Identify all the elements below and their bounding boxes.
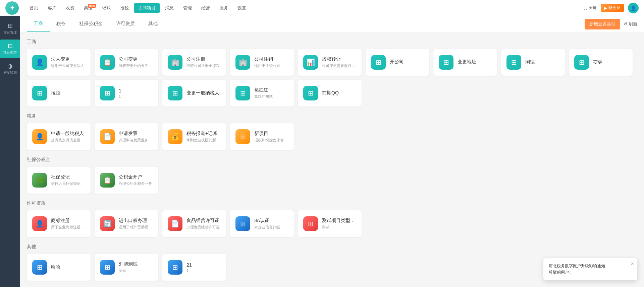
section-shebao: 社保公积金 🌿 社保登记 进行人员社保登记 📋 公积金开户 办理公积金相关业务 (27, 157, 637, 194)
sub-tabs-bar: 工商 税务 社保公积金 许可资质 其他 新增业务类型 ↺ 刷新 (20, 16, 644, 32)
card-icon-apply-invoice: 📄 (100, 129, 115, 144)
nav-settings[interactable]: 设置 (233, 3, 250, 13)
fullscreen-btn[interactable]: ⛶ 全屏 (583, 5, 597, 11)
card-lala[interactable]: ⊞ 拉拉 (27, 80, 91, 106)
card-icon-new-project: ⊞ (235, 129, 250, 144)
nav-manage[interactable]: 管理 (179, 3, 196, 13)
card-desc-test-type-def: 测试 (322, 225, 356, 230)
card-change-taxpayer[interactable]: ⊞ 变更一般纳税人 (162, 80, 226, 106)
sidebar-item-label: 项目管理 (3, 30, 17, 35)
card-name-haha: 哈哈 (51, 264, 85, 270)
card-desc-company-register: 申请公司注册全流程 (186, 63, 221, 68)
card-provident-fund[interactable]: 📋 公积金开户 办理公积金相关业务 (95, 167, 158, 194)
card-desc-legal-change: 适用于公司变更法人 (51, 63, 85, 68)
card-company-cancel[interactable]: 🏢 公司注销 适用于注销公司 (230, 49, 294, 76)
nav-operations[interactable]: 经营 (197, 3, 214, 13)
card-food-license[interactable]: 📄 食品经营许可证 办理食品经营许可证 (162, 210, 226, 237)
nav-services[interactable]: 服务 (215, 3, 232, 13)
card-one[interactable]: ⊞ 1 1 (95, 80, 158, 106)
progress-monitor-icon: ◑ (7, 63, 13, 69)
card-icon-company-change: 📋 (100, 55, 115, 70)
card-apply-taxpayer[interactable]: 👤 申请一般纳税人 当月或次月成变更完成 (27, 123, 91, 150)
toast-title: 河北税务数字账户升级影响通知 (549, 263, 632, 269)
card-test1[interactable]: ⊞ 测试 (501, 49, 565, 76)
nav-accounts[interactable]: 记账 (98, 3, 115, 13)
xuke-cards: 👤 商标注册 用于企业商标注册服务 🔄 进出口权办理 适用于对外贸易经营者 📄 (27, 210, 637, 237)
card-name-apply-invoice: 申请发票 (119, 131, 153, 137)
card-name-change-address: 变更地址 (458, 59, 492, 65)
nav-home[interactable]: 首页 (25, 3, 42, 13)
tab-shebao[interactable]: 社保公积金 (72, 16, 109, 32)
sidebar-item-project-type[interactable]: ⊟ 项目类型 (0, 40, 20, 58)
card-name-company-change: 公司变更 (119, 56, 153, 62)
card-social-insurance[interactable]: 🌿 社保登记 进行人员社保登记 (27, 167, 91, 194)
user-avatar[interactable]: 👤 (628, 3, 639, 13)
card-name-open-company: 开公司 (390, 59, 424, 65)
card-equity-transfer[interactable]: 📊 股权转让 公司变更需要股权转让 (298, 49, 362, 76)
refresh-icon: ↺ (624, 21, 627, 26)
card-trademark[interactable]: 👤 商标注册 用于企业商标注册服务 (27, 210, 91, 237)
card-icon-ge-honghong: ⊞ (235, 86, 250, 100)
card-desc-3a-cert: 对企业信誉评级 (254, 225, 288, 230)
tab-qita[interactable]: 其他 (142, 16, 164, 32)
card-change-address[interactable]: ⊞ 变更地址 (433, 49, 497, 76)
card-new-project[interactable]: ⊞ 新项目 报税加税控盘保管 (230, 123, 294, 150)
card-company-change[interactable]: 📋 公司变更 股权变更外的业务变更 (95, 49, 158, 76)
card-tax-report-account[interactable]: 💰 税务报道+记账 拿到营业执照的新公司 (162, 123, 226, 150)
card-icon-trademark: 👤 (32, 216, 47, 231)
card-ge-honghong[interactable]: ⊞ 葛红红 葛红红测试 (230, 80, 294, 106)
card-legal-change[interactable]: 👤 法人变更 适用于公司变更法人 (27, 49, 91, 76)
app-logo: ✦ (5, 1, 19, 15)
card-desc-social-insurance: 进行人员社保登记 (51, 181, 85, 186)
toast-close-button[interactable]: × (631, 261, 634, 267)
nav-messages[interactable]: 消息 (161, 3, 178, 13)
card-icon-change-taxpayer: ⊞ (168, 86, 182, 100)
card-haha[interactable]: ⊞ 哈哈 (27, 254, 91, 281)
tab-shuiwu[interactable]: 税务 (50, 16, 72, 32)
refresh-button[interactable]: ↺ 刷新 (624, 21, 637, 27)
card-name-liupeng-test: 刘鹏测试 (119, 261, 153, 267)
card-name-test1: 测试 (525, 59, 559, 65)
nav-industry[interactable]: 工商项目 (134, 3, 160, 13)
card-twentyone[interactable]: ⊞ 21 1 (162, 254, 226, 281)
card-name-tax-report-account: 税务报道+记账 (186, 131, 221, 137)
card-company-register[interactable]: 🏢 公司注册 申请公司注册全流程 (162, 49, 226, 76)
nav-clients[interactable]: 客户 (44, 3, 60, 13)
top-nav: ✦ 首页 客户 收费 票据 new 记账 报税 工商项目 消息 管理 经营 服务… (0, 0, 644, 16)
card-3a-cert[interactable]: ⊞ 3A认证 对企业信誉评级 (230, 210, 294, 237)
card-icon-company-register: 🏢 (168, 55, 182, 70)
card-icon-test-type-def: ⊞ (303, 216, 318, 231)
card-icon-tax-report-account: 💰 (168, 129, 182, 144)
card-icon-3a-cert: ⊞ (235, 216, 250, 231)
notification-toast: × 河北税务数字账户升级影响通知 尊敬的用户： (543, 258, 637, 280)
vip-button[interactable]: ▶ 畅会员 (601, 4, 624, 12)
sidebar-item-label: 进度监测 (3, 70, 17, 75)
sidebar: ⊞ 项目管理 ⊟ 项目类型 ◑ 进度监测 (0, 16, 20, 287)
card-pre-qq[interactable]: ⊞ 前期QQ (298, 80, 362, 106)
nav-items: 首页 客户 收费 票据 new 记账 报税 工商项目 消息 管理 经营 服务 设… (25, 3, 583, 13)
add-type-button[interactable]: 新增业务类型 (585, 19, 620, 29)
nav-tax[interactable]: 报税 (116, 3, 133, 13)
card-liupeng-test[interactable]: ⊞ 刘鹏测试 测试 (95, 254, 158, 281)
card-desc-one: 1 (119, 94, 153, 98)
card-icon-legal-change: 👤 (32, 55, 47, 70)
card-import-export[interactable]: 🔄 进出口权办理 适用于对外贸易经营者 (95, 210, 158, 237)
nav-tickets[interactable]: 票据 new (80, 3, 97, 13)
tab-xuke[interactable]: 许可资质 (109, 16, 142, 32)
sidebar-item-progress-monitor[interactable]: ◑ 进度监测 (0, 60, 20, 78)
tab-gongshang[interactable]: 工商 (27, 16, 50, 32)
shuiwu-cards: 👤 申请一般纳税人 当月或次月成变更完成 📄 申请发票 办理申请发票业务 💰 (27, 123, 637, 150)
card-test-type-def[interactable]: ⊞ 测试项目类型目定义 测试 (298, 210, 362, 237)
card-change1[interactable]: ⊞ 变更 (569, 49, 633, 76)
new-badge: new (88, 4, 96, 8)
sub-tabs: 工商 税务 社保公积金 许可资质 其他 (27, 16, 164, 32)
card-name-change1: 变更 (593, 59, 627, 65)
sub-tabs-actions: 新增业务类型 ↺ 刷新 (585, 19, 637, 29)
card-icon-pre-qq: ⊞ (303, 86, 318, 100)
nav-billing[interactable]: 收费 (62, 3, 78, 13)
card-icon-change-address: ⊞ (439, 55, 453, 70)
card-apply-invoice[interactable]: 📄 申请发票 办理申请发票业务 (95, 123, 158, 150)
card-name-3a-cert: 3A认证 (254, 218, 288, 224)
card-open-company[interactable]: ⊞ 开公司 (366, 49, 429, 76)
sidebar-item-project-manage[interactable]: ⊞ 项目管理 (0, 19, 20, 38)
